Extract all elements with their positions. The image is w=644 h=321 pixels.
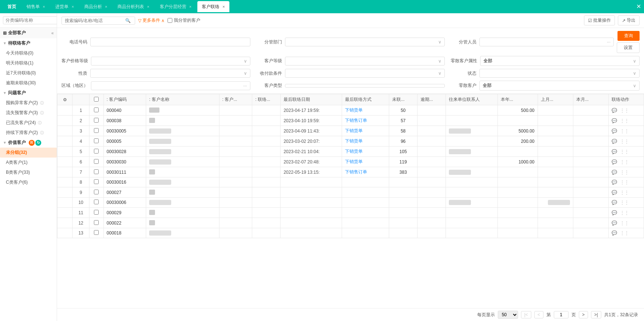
row-check[interactable] [89,167,103,177]
window-close-button[interactable]: ✕ [636,3,641,10]
last-contact-method[interactable]: 下销货单 [342,157,389,167]
more-action-icon[interactable]: ⋮⋮ [620,128,629,134]
dept-select[interactable]: ∨ [285,38,445,46]
last-contact-method[interactable]: 下销货单 [342,105,389,116]
search-icon[interactable]: 🔍 [125,18,131,23]
contact-method-link[interactable]: 下销售订单 [345,118,367,123]
last-contact-method[interactable] [342,228,389,238]
row-check[interactable] [89,116,103,126]
my-customers-checkbox-label[interactable]: 我分管的客户 [168,17,200,24]
more-action-icon[interactable]: ⋮⋮ [620,139,629,144]
row-checkbox[interactable] [94,179,99,184]
more-action-icon[interactable]: ⋮⋮ [620,149,629,154]
row-checkbox[interactable] [94,118,99,123]
query-button[interactable]: 查询 [617,31,640,41]
all-customers-title[interactable]: ⊞ 全部客户 « [0,28,57,38]
row-checkbox[interactable] [94,210,99,215]
contact-method-link[interactable]: 下销货单 [345,128,363,133]
sidebar-item-churned[interactable]: 已流失客户(24) ⓘ [0,118,57,128]
chat-action-icon[interactable]: 💬 [612,128,617,134]
chat-action-icon[interactable]: 💬 [612,180,617,185]
row-check[interactable] [89,198,103,208]
tab-sales[interactable]: 销售单 × [22,1,49,12]
status-select[interactable]: ∨ [479,69,640,78]
row-check[interactable] [89,218,103,228]
search-input[interactable] [65,18,124,23]
more-action-icon[interactable]: ⋮⋮ [620,200,629,205]
chat-action-icon[interactable]: 💬 [612,139,617,144]
row-check[interactable] [89,157,103,167]
more-action-icon[interactable]: ⋮⋮ [620,159,629,165]
close-customer-contact-icon[interactable]: × [222,4,225,9]
row-checkbox[interactable] [94,149,99,154]
row-checkbox[interactable] [94,190,99,194]
last-contact-method[interactable] [342,218,389,228]
row-check[interactable] [89,136,103,147]
next-page-button[interactable]: > [579,311,588,318]
row-checkbox[interactable] [94,230,99,235]
row-check[interactable] [89,177,103,187]
contact-method-link[interactable]: 下销货单 [345,149,363,154]
last-contact-method[interactable]: 下销售订单 [342,116,389,126]
row-checkbox[interactable] [94,107,99,112]
sidebar-item-ungrouped[interactable]: 未分组(32) [0,148,57,158]
row-checkbox[interactable] [94,220,99,225]
price-level-select[interactable]: ∨ [91,57,250,66]
sidebar-group-value[interactable]: ▼ 价值客户 R ↻ [0,138,57,148]
row-checkbox[interactable] [94,128,99,133]
my-customers-checkbox[interactable] [168,18,172,23]
area-select[interactable]: ··· [91,81,250,90]
first-page-button[interactable]: |< [521,311,531,318]
last-contact-method[interactable]: 下销售订单 [342,167,389,177]
contact-method-link[interactable]: 下销货单 [345,159,363,164]
sidebar-group-problem[interactable]: ▼ 问题客户 [0,88,57,98]
row-checkbox[interactable] [94,159,99,164]
more-conditions-btn[interactable]: ▽ 更多条件 ∧ [138,17,165,24]
sidebar-item-churn-warning[interactable]: 流失预警客户(3) ⓘ [0,108,57,118]
close-product-list-icon[interactable]: × [147,4,149,9]
page-input[interactable] [554,311,569,318]
col-gear[interactable]: ⚙ [57,94,73,105]
tab-product-analysis[interactable]: 商品分析 × [80,1,112,12]
export-button[interactable]: ↗ 导出 [618,15,640,25]
customer-level-select[interactable]: ∨ [285,57,445,66]
tab-customer-segment[interactable]: 客户分层经营 × [155,1,196,12]
sidebar-item-a-class[interactable]: A类客户(1) [0,158,57,167]
more-action-icon[interactable]: ⋮⋮ [620,170,629,175]
payment-select[interactable]: ∨ [285,69,445,78]
tab-product-list[interactable]: 商品分析列表 × [113,1,154,12]
more-action-icon[interactable]: ⋮⋮ [620,190,629,195]
more-action-icon[interactable]: ⋮⋮ [620,221,629,226]
collapse-icon[interactable]: « [51,31,54,36]
more-action-icon[interactable]: ⋮⋮ [620,210,629,215]
more-action-icon[interactable]: ⋮⋮ [620,118,629,123]
sidebar-item-today[interactable]: 今天待联络(0) [0,48,57,58]
contact-method-link[interactable]: 下销货单 [345,138,363,144]
close-customer-segment-icon[interactable]: × [189,4,191,9]
last-contact-method[interactable] [342,187,389,198]
prev-page-button[interactable]: < [534,311,543,318]
last-page-button[interactable]: >| [591,311,601,318]
gender-select[interactable]: ∨ [90,69,250,78]
close-purchase-icon[interactable]: × [71,4,74,9]
close-sales-icon[interactable]: × [43,4,45,9]
chat-action-icon[interactable]: 💬 [612,118,617,123]
sidebar-group-pending[interactable]: ▼ 待联络客户 [0,38,57,48]
sidebar-search-input[interactable] [3,16,57,24]
last-contact-method[interactable] [342,208,389,218]
chat-action-icon[interactable]: 💬 [612,190,617,195]
sidebar-item-hoarding[interactable]: 囤购异常客户(2) ⓘ [0,98,57,108]
chat-action-icon[interactable]: 💬 [612,230,617,236]
row-checkbox[interactable] [94,138,99,143]
contact-method-link[interactable]: 下销货单 [345,107,363,113]
chat-action-icon[interactable]: 💬 [612,200,617,205]
last-contact-method[interactable]: 下销货单 [342,147,389,157]
more-action-icon[interactable]: ⋮⋮ [620,108,629,113]
chat-action-icon[interactable]: 💬 [612,221,617,226]
contact-method-link[interactable]: 下销售订单 [345,169,367,174]
zero-attr-select[interactable]: 全部 ∨ [480,56,640,66]
chat-action-icon[interactable]: 💬 [612,210,617,215]
chat-action-icon[interactable]: 💬 [612,170,617,175]
more-action-icon[interactable]: ⋮⋮ [620,230,629,236]
col-check[interactable] [89,94,103,105]
